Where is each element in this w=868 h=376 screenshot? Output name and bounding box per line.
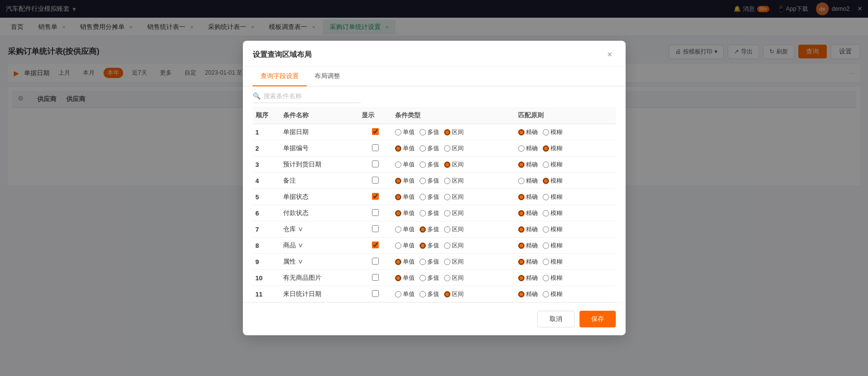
row-type-radio-多值-0[interactable]	[420, 129, 426, 135]
row-type-radio-多值-3[interactable]	[420, 178, 426, 184]
row-type-option-区间-5[interactable]: 区间	[444, 209, 464, 217]
row-type-radio-单值-6[interactable]	[395, 226, 401, 233]
row-type-option-区间-9[interactable]: 区间	[444, 274, 464, 282]
row-match-option-模糊-7[interactable]: 模糊	[543, 242, 562, 250]
save-button[interactable]: 保存	[579, 311, 616, 327]
row-display-checkbox-0[interactable]	[372, 128, 379, 135]
row-match-radio-模糊-5[interactable]	[543, 210, 549, 216]
row-type-option-区间-1[interactable]: 区间	[444, 144, 464, 153]
row-match-radio-模糊-3[interactable]	[543, 178, 549, 184]
row-match-radio-模糊-2[interactable]	[543, 161, 549, 168]
row-type-option-区间-7[interactable]: 区间	[444, 242, 464, 250]
row-match-option-模糊-2[interactable]: 模糊	[543, 161, 562, 169]
row-type-option-区间-3[interactable]: 区间	[444, 177, 464, 185]
row-display-checkbox-9[interactable]	[372, 274, 379, 281]
row-type-radio-单值-1[interactable]	[395, 145, 401, 152]
row-match-radio-模糊-6[interactable]	[543, 226, 549, 233]
row-display-checkbox-5[interactable]	[372, 209, 379, 216]
row-match-radio-精确-6[interactable]	[518, 226, 525, 233]
row-match-radio-精确-10[interactable]	[518, 291, 525, 297]
search-input[interactable]	[263, 92, 361, 100]
row-match-radio-模糊-0[interactable]	[543, 129, 549, 135]
row-type-option-多值-2[interactable]: 多值	[420, 161, 439, 169]
row-type-option-单值-1[interactable]: 单值	[395, 144, 415, 153]
row-type-radio-单值-5[interactable]	[395, 210, 401, 216]
row-type-radio-多值-7[interactable]	[420, 242, 426, 249]
row-type-option-单值-0[interactable]: 单值	[395, 128, 415, 136]
row-type-radio-多值-10[interactable]	[420, 291, 426, 297]
row-type-option-多值-6[interactable]: 多值	[420, 225, 439, 234]
row-type-option-多值-0[interactable]: 多值	[420, 128, 439, 136]
row-match-option-模糊-10[interactable]: 模糊	[543, 290, 562, 298]
row-type-radio-区间-4[interactable]	[444, 194, 450, 200]
row-match-option-模糊-8[interactable]: 模糊	[543, 258, 562, 266]
row-type-radio-单值-4[interactable]	[395, 194, 401, 200]
row-match-option-模糊-4[interactable]: 模糊	[543, 193, 562, 201]
row-type-option-单值-6[interactable]: 单值	[395, 225, 415, 234]
cancel-button[interactable]: 取消	[537, 311, 575, 327]
row-type-radio-单值-2[interactable]	[395, 161, 401, 168]
tab-layout-adjust[interactable]: 布局调整	[307, 67, 348, 86]
row-match-radio-精确-8[interactable]	[518, 259, 525, 265]
row-type-option-多值-8[interactable]: 多值	[420, 258, 439, 266]
row-type-option-区间-8[interactable]: 区间	[444, 258, 464, 266]
row-match-option-模糊-3[interactable]: 模糊	[543, 177, 562, 185]
row-type-option-多值-3[interactable]: 多值	[420, 177, 439, 185]
row-display-checkbox-8[interactable]	[372, 258, 379, 265]
row-type-radio-单值-9[interactable]	[395, 275, 401, 281]
row-match-option-模糊-0[interactable]: 模糊	[543, 128, 562, 136]
row-match-option-精确-8[interactable]: 精确	[518, 258, 538, 266]
row-match-option-精确-5[interactable]: 精确	[518, 209, 538, 217]
row-type-option-单值-2[interactable]: 单值	[395, 161, 415, 169]
row-type-radio-区间-2[interactable]	[444, 161, 450, 168]
row-match-radio-精确-3[interactable]	[518, 178, 525, 184]
row-match-option-精确-0[interactable]: 精确	[518, 128, 538, 136]
row-match-option-模糊-1[interactable]: 模糊	[543, 144, 562, 153]
row-type-radio-多值-5[interactable]	[420, 210, 426, 216]
row-match-radio-精确-0[interactable]	[518, 129, 525, 135]
row-type-radio-区间-6[interactable]	[444, 226, 450, 233]
row-type-radio-多值-9[interactable]	[420, 275, 426, 281]
row-match-radio-模糊-7[interactable]	[543, 242, 549, 249]
row-type-radio-单值-3[interactable]	[395, 178, 401, 184]
row-type-radio-区间-7[interactable]	[444, 242, 450, 249]
row-display-checkbox-1[interactable]	[372, 144, 379, 151]
row-type-radio-区间-8[interactable]	[444, 259, 450, 265]
row-match-option-精确-1[interactable]: 精确	[518, 144, 538, 153]
row-type-option-多值-4[interactable]: 多值	[420, 193, 439, 201]
row-match-radio-模糊-8[interactable]	[543, 259, 549, 265]
row-match-option-精确-7[interactable]: 精确	[518, 242, 538, 250]
row-type-radio-区间-3[interactable]	[444, 178, 450, 184]
row-type-radio-区间-0[interactable]	[444, 129, 450, 135]
row-match-radio-模糊-9[interactable]	[543, 275, 549, 281]
row-type-option-单值-3[interactable]: 单值	[395, 177, 415, 185]
row-display-checkbox-7[interactable]	[372, 242, 379, 248]
row-type-radio-区间-9[interactable]	[444, 275, 450, 281]
row-display-checkbox-6[interactable]	[372, 225, 379, 232]
row-type-option-区间-10[interactable]: 区间	[444, 290, 464, 298]
row-type-option-单值-5[interactable]: 单值	[395, 209, 415, 217]
row-type-radio-区间-10[interactable]	[444, 291, 450, 297]
row-type-option-多值-1[interactable]: 多值	[420, 144, 439, 153]
row-type-radio-单值-7[interactable]	[395, 242, 401, 249]
row-type-radio-多值-2[interactable]	[420, 161, 426, 168]
row-match-radio-精确-7[interactable]	[518, 242, 525, 249]
row-match-radio-精确-2[interactable]	[518, 161, 525, 168]
row-match-option-模糊-9[interactable]: 模糊	[543, 274, 562, 282]
row-type-option-单值-9[interactable]: 单值	[395, 274, 415, 282]
row-match-radio-精确-9[interactable]	[518, 275, 525, 281]
row-type-option-多值-5[interactable]: 多值	[420, 209, 439, 217]
row-match-option-模糊-5[interactable]: 模糊	[543, 209, 562, 217]
row-type-radio-单值-0[interactable]	[395, 129, 401, 135]
row-type-radio-多值-4[interactable]	[420, 194, 426, 200]
row-type-option-多值-10[interactable]: 多值	[420, 290, 439, 298]
row-display-checkbox-2[interactable]	[372, 161, 379, 167]
row-type-option-多值-9[interactable]: 多值	[420, 274, 439, 282]
row-type-option-区间-2[interactable]: 区间	[444, 161, 464, 169]
row-type-option-区间-0[interactable]: 区间	[444, 128, 464, 136]
row-type-option-单值-7[interactable]: 单值	[395, 242, 415, 250]
row-match-radio-精确-4[interactable]	[518, 194, 525, 200]
row-match-radio-精确-5[interactable]	[518, 210, 525, 216]
row-match-radio-模糊-4[interactable]	[543, 194, 549, 200]
row-type-radio-多值-1[interactable]	[420, 145, 426, 152]
